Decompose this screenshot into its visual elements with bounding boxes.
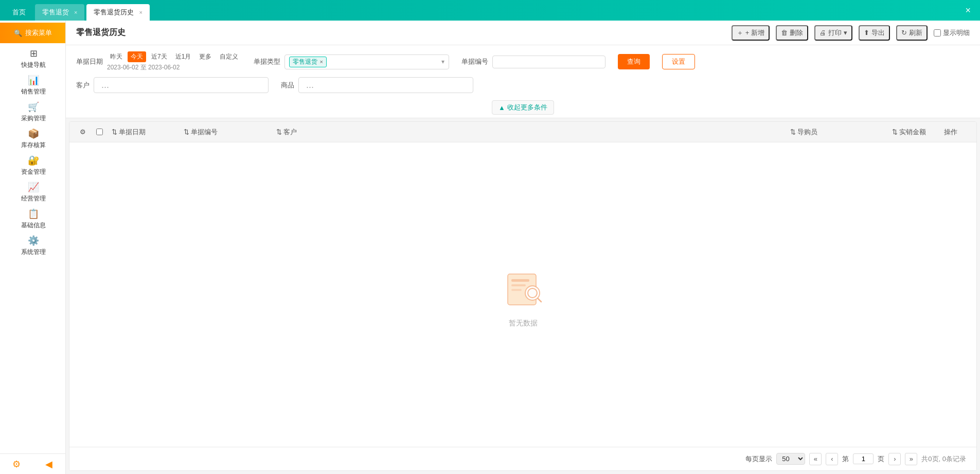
print-button[interactable]: 🖨 打印 ▾ [814,25,852,41]
new-icon: ＋ [737,28,743,38]
page-number-input[interactable] [853,453,874,464]
per-page-select[interactable]: 50 100 200 [776,453,805,465]
home-tab-label: 首页 [12,8,26,17]
bill-type-filter-group: 单据类型 零售退货 × ▾ [254,54,449,69]
sidebar-item-sales[interactable]: 📊 销售管理 [0,72,65,99]
setting-button[interactable]: 设置 [662,54,695,69]
th-date-label: 单据日期 [119,127,146,137]
window-close-button[interactable]: × [961,5,975,16]
filter-row-1: 单据日期 昨天 今天 近7天 近1月 更多 自定义 2023-06-02 至 2… [76,51,970,72]
sort-icon-amount: ⇅ [892,128,898,136]
svg-rect-1 [511,279,529,282]
tab-retail-return[interactable]: 零售退货 × [35,4,84,21]
sidebar-item-purchase[interactable]: 🛒 采购管理 [0,99,65,125]
sort-icon-customer: ⇅ [276,128,282,136]
new-button[interactable]: ＋ + 新增 [732,25,770,41]
bill-type-tag-value: 零售退货 [293,58,317,66]
print-icon: 🖨 [819,29,826,37]
th-settings[interactable]: ⚙ [75,128,91,136]
date-opt-today[interactable]: 今天 [128,51,146,62]
filter-row-2: 客户 ... 商品 ... [76,77,970,93]
display-toggle: 显示明细 [934,28,970,38]
page-header: 零售退货历史 ＋ + 新增 🗑 删除 🖨 打印 ▾ ⬆ 导出 [66,21,980,45]
bill-type-label: 单据类型 [254,57,280,66]
collapse-label: 收起更多条件 [507,103,547,112]
toolbar: ＋ + 新增 🗑 删除 🖨 打印 ▾ ⬆ 导出 ↻ [732,25,970,41]
page-first-button[interactable]: « [809,453,822,465]
basic-info-icon: 📋 [28,208,39,220]
date-opt-1month[interactable]: 近1月 [172,51,194,62]
filter-area: 单据日期 昨天 今天 近7天 近1月 更多 自定义 2023-06-02 至 2… [66,45,980,118]
customer-ellipsis-button[interactable]: ... [99,80,111,90]
page-last-button[interactable]: » [905,453,917,465]
tab-home[interactable]: 首页 [5,4,33,21]
bill-type-select[interactable]: 零售退货 × ▾ [284,54,449,69]
th-date[interactable]: ⇅ 单据日期 [108,127,180,137]
page-label: 第 [842,454,849,464]
operation-label: 经营管理 [21,194,46,203]
refresh-label: 刷新 [909,28,922,38]
retail-return-history-tab-label: 零售退货历史 [94,8,134,17]
print-label: 打印 [828,28,842,38]
total-info: 共0页, 0条记录 [921,454,966,464]
date-opt-more[interactable]: 更多 [196,51,215,62]
table-settings-icon: ⚙ [80,128,86,136]
sidebar-item-inventory[interactable]: 📦 库存核算 [0,125,65,152]
svg-rect-3 [511,289,522,291]
goods-label: 商品 [281,81,294,90]
svg-rect-2 [511,284,526,286]
th-customer[interactable]: ⇅ 客户 [272,127,786,137]
query-button[interactable]: 查询 [618,54,650,69]
th-amount[interactable]: ⇅ 实销金额 [868,127,930,137]
page-next-button[interactable]: › [888,453,901,465]
date-filter-group: 单据日期 昨天 今天 近7天 近1月 更多 自定义 2023-06-02 至 2… [76,51,241,72]
sidebar-item-finance[interactable]: 🔐 资金管理 [0,152,65,179]
sidebar-settings-button[interactable]: ⚙ [6,454,27,475]
goods-ellipsis-button[interactable]: ... [304,80,316,90]
date-opt-yesterday[interactable]: 昨天 [107,51,126,62]
tab-retail-return-history[interactable]: 零售退货历史 × [86,4,149,21]
export-button[interactable]: ⬆ 导出 [859,25,890,41]
date-opt-7days[interactable]: 近7天 [148,51,170,62]
sidebar-settings-icon: ⚙ [12,459,21,470]
finance-icon: 🔐 [28,155,39,166]
table-header: ⚙ ⇅ 单据日期 ⇅ 单据编号 ⇅ 客户 ⇅ [69,122,976,142]
top-bar: 首页 零售退货 × 零售退货历史 × × [0,0,980,21]
th-amount-label: 实销金额 [899,127,926,137]
bill-type-tag-remove[interactable]: × [319,59,323,65]
th-guide[interactable]: ⇅ 导购员 [786,127,868,137]
retail-return-history-close-icon[interactable]: × [139,9,142,15]
sidebar-collapse-button[interactable]: ◀ [39,454,59,475]
sidebar-item-operation[interactable]: 📈 经营管理 [0,179,65,206]
empty-state: 暂无数据 [69,142,976,447]
page-prev-button[interactable]: ‹ [826,453,838,465]
retail-return-close-icon[interactable]: × [74,9,77,15]
bill-no-input[interactable] [492,56,605,68]
th-guide-label: 导购员 [797,127,817,137]
th-customer-label: 客户 [283,127,297,137]
th-no-label: 单据编号 [191,127,218,137]
goods-filter-group: 商品 ... [281,77,473,93]
quick-nav-icon: ⊞ [30,48,38,59]
sidebar-item-quick-nav[interactable]: ⊞ 快捷导航 [0,45,65,72]
sidebar: 🔍 搜索菜单 ⊞ 快捷导航 📊 销售管理 🛒 采购管理 📦 库存核算 🔐 资金管… [0,21,66,474]
date-options: 昨天 今天 近7天 近1月 更多 自定义 [107,51,241,62]
sidebar-collapse-icon: ◀ [45,459,52,470]
print-chevron-icon: ▾ [844,29,847,37]
refresh-button[interactable]: ↻ 刷新 [896,25,928,41]
sidebar-footer: ⚙ ◀ [0,453,65,474]
sidebar-search[interactable]: 🔍 搜索菜单 [0,23,65,43]
th-no[interactable]: ⇅ 单据编号 [180,127,272,137]
customer-filter-group: 客户 ... [76,77,269,93]
th-checkbox[interactable] [91,129,108,135]
select-all-checkbox[interactable] [96,129,103,135]
delete-button[interactable]: 🗑 删除 [776,25,808,41]
collapse-button[interactable]: ▲ 收起更多条件 [492,100,554,115]
bill-no-filter-group: 单据编号 [461,56,605,68]
sidebar-item-basic-info[interactable]: 📋 基础信息 [0,206,65,232]
sidebar-item-system[interactable]: ⚙️ 系统管理 [0,232,65,259]
display-checkbox[interactable] [934,29,941,37]
refresh-icon: ↻ [901,29,907,37]
main-content: 零售退货历史 ＋ + 新增 🗑 删除 🖨 打印 ▾ ⬆ 导出 [66,21,980,474]
date-opt-custom[interactable]: 自定义 [217,51,241,62]
